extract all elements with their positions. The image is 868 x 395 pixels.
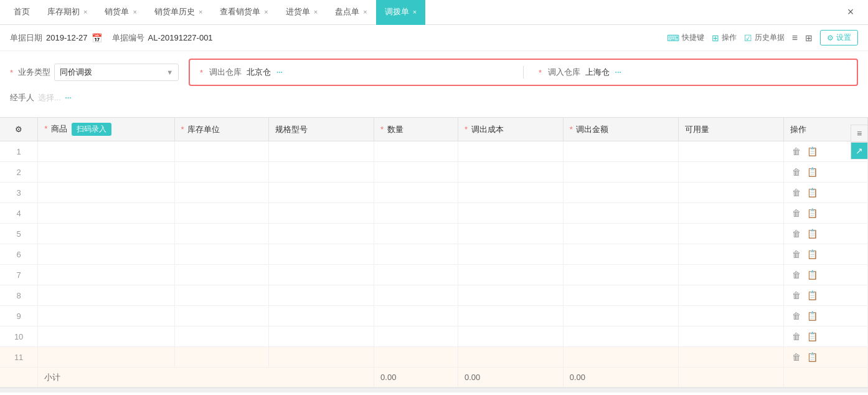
- product-7[interactable]: [38, 265, 174, 285]
- qty-11[interactable]: [374, 347, 458, 368]
- transfer-out-more-icon[interactable]: ···: [276, 67, 282, 78]
- product-8[interactable]: [38, 285, 174, 306]
- unit-3[interactable]: [174, 183, 269, 203]
- business-type-select[interactable]: 同价调拨 ▼: [54, 64, 179, 81]
- handler-placeholder[interactable]: 选择...: [38, 92, 61, 103]
- spec-2[interactable]: [269, 162, 374, 183]
- unit-6[interactable]: [174, 244, 269, 265]
- unit-9[interactable]: [174, 306, 269, 326]
- delete-icon-5[interactable]: 🗑: [790, 227, 803, 240]
- tab-transfer-close[interactable]: ×: [413, 8, 417, 16]
- copy-icon-3[interactable]: 📋: [806, 186, 819, 199]
- delete-icon-1[interactable]: 🗑: [790, 145, 803, 158]
- cost-5[interactable]: [458, 224, 564, 244]
- amount-6[interactable]: [563, 244, 679, 265]
- qty-7[interactable]: [374, 265, 458, 285]
- tab-inventory-init-close[interactable]: ×: [83, 8, 87, 16]
- tab-sales-history[interactable]: 销货单历史 ×: [146, 0, 211, 25]
- calendar-icon[interactable]: 📅: [92, 33, 102, 43]
- delete-icon-3[interactable]: 🗑: [790, 186, 803, 199]
- tab-purchase-close[interactable]: ×: [314, 8, 318, 16]
- amount-3[interactable]: [563, 183, 679, 203]
- amount-10[interactable]: [563, 326, 679, 347]
- spec-11[interactable]: [269, 347, 374, 368]
- spec-6[interactable]: [269, 244, 374, 265]
- copy-icon-1[interactable]: 📋: [806, 145, 819, 158]
- spec-8[interactable]: [269, 285, 374, 306]
- unit-11[interactable]: [174, 347, 269, 368]
- cost-7[interactable]: [458, 265, 564, 285]
- cost-8[interactable]: [458, 285, 564, 306]
- cost-11[interactable]: [458, 347, 564, 368]
- amount-9[interactable]: [563, 306, 679, 326]
- tab-stocktake[interactable]: 盘点单 ×: [326, 0, 375, 25]
- qty-6[interactable]: [374, 244, 458, 265]
- product-10[interactable]: [38, 326, 174, 347]
- copy-icon-4[interactable]: 📋: [806, 207, 819, 219]
- delete-icon-2[interactable]: 🗑: [790, 166, 803, 178]
- product-5[interactable]: [38, 224, 174, 244]
- amount-8[interactable]: [563, 285, 679, 306]
- amount-11[interactable]: [563, 347, 679, 368]
- copy-icon-7[interactable]: 📋: [806, 269, 819, 281]
- product-6[interactable]: [38, 244, 174, 265]
- product-1[interactable]: [38, 141, 174, 162]
- product-3[interactable]: [38, 183, 174, 203]
- product-9[interactable]: [38, 306, 174, 326]
- product-4[interactable]: [38, 203, 174, 224]
- shortcut-button[interactable]: ⌨ 快捷键: [667, 32, 704, 43]
- cost-6[interactable]: [458, 244, 564, 265]
- right-panel-list-button[interactable]: ≡: [851, 125, 868, 142]
- qty-1[interactable]: [374, 141, 458, 162]
- amount-7[interactable]: [563, 265, 679, 285]
- transfer-in-more-icon[interactable]: ···: [615, 67, 621, 78]
- cost-10[interactable]: [458, 326, 564, 347]
- tab-purchase[interactable]: 进货单 ×: [277, 0, 326, 25]
- copy-icon-6[interactable]: 📋: [806, 248, 819, 260]
- window-close-button[interactable]: ×: [838, 0, 863, 25]
- tab-sales-history-close[interactable]: ×: [199, 8, 202, 16]
- list-view-button[interactable]: ≡: [792, 32, 798, 44]
- horizontal-scrollbar[interactable]: [0, 388, 868, 393]
- grid-view-button[interactable]: ⊞: [805, 33, 813, 43]
- product-2[interactable]: [38, 162, 174, 183]
- tab-sales[interactable]: 销货单 ×: [96, 0, 145, 25]
- unit-2[interactable]: [174, 162, 269, 183]
- delete-icon-10[interactable]: 🗑: [790, 330, 803, 343]
- cost-1[interactable]: [458, 141, 564, 162]
- tab-home[interactable]: 首页: [5, 0, 39, 25]
- copy-icon-2[interactable]: 📋: [806, 166, 819, 178]
- product-11[interactable]: [38, 347, 174, 368]
- spec-10[interactable]: [269, 326, 374, 347]
- copy-icon-9[interactable]: 📋: [806, 310, 819, 322]
- th-gear[interactable]: ⚙: [0, 118, 38, 141]
- spec-7[interactable]: [269, 265, 374, 285]
- tab-sales-close[interactable]: ×: [133, 8, 136, 16]
- handler-more-icon[interactable]: ···: [65, 92, 71, 103]
- delete-icon-4[interactable]: 🗑: [790, 207, 803, 219]
- qty-8[interactable]: [374, 285, 458, 306]
- copy-icon-8[interactable]: 📋: [806, 289, 819, 302]
- qty-9[interactable]: [374, 306, 458, 326]
- cost-9[interactable]: [458, 306, 564, 326]
- spec-3[interactable]: [269, 183, 374, 203]
- delete-icon-7[interactable]: 🗑: [790, 269, 803, 281]
- unit-8[interactable]: [174, 285, 269, 306]
- spec-4[interactable]: [269, 203, 374, 224]
- spec-1[interactable]: [269, 141, 374, 162]
- copy-icon-10[interactable]: 📋: [806, 330, 819, 343]
- copy-icon-11[interactable]: 📋: [806, 351, 819, 363]
- unit-4[interactable]: [174, 203, 269, 224]
- tab-view-sales[interactable]: 查看销货单 ×: [211, 0, 276, 25]
- unit-10[interactable]: [174, 326, 269, 347]
- spec-5[interactable]: [269, 224, 374, 244]
- amount-5[interactable]: [563, 224, 679, 244]
- cost-2[interactable]: [458, 162, 564, 183]
- amount-2[interactable]: [563, 162, 679, 183]
- cost-4[interactable]: [458, 203, 564, 224]
- qty-2[interactable]: [374, 162, 458, 183]
- amount-1[interactable]: [563, 141, 679, 162]
- tab-stocktake-close[interactable]: ×: [363, 8, 367, 16]
- tab-inventory-init[interactable]: 库存期初 ×: [39, 0, 96, 25]
- unit-7[interactable]: [174, 265, 269, 285]
